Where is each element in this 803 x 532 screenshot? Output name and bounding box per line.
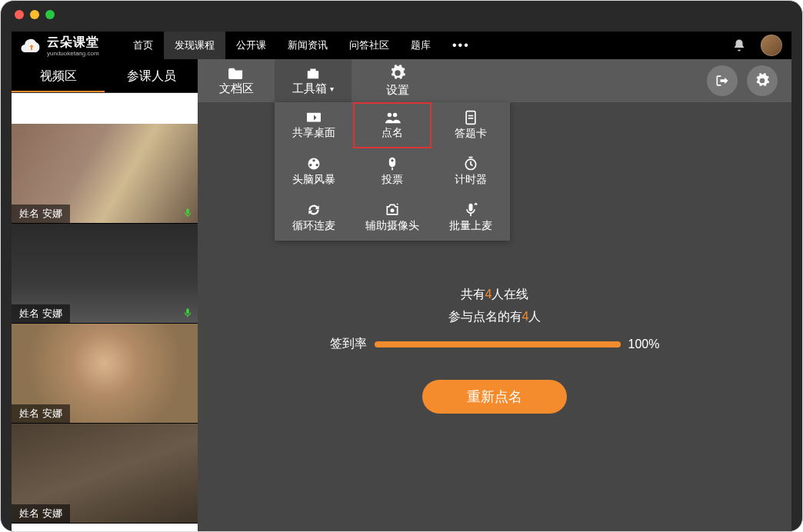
video-label: 姓名 安娜	[12, 504, 70, 523]
video-label: 姓名 安娜	[12, 204, 70, 223]
tool-brainstorm[interactable]: 头脑风暴	[275, 148, 353, 195]
tool-label: 共享桌面	[292, 126, 335, 140]
svg-rect-5	[468, 118, 474, 119]
svg-point-10	[391, 159, 393, 161]
rate-value: 100%	[628, 337, 660, 351]
tool-label: 头脑风暴	[292, 173, 335, 187]
notifications-button[interactable]	[728, 35, 750, 56]
video-label: 姓名 安娜	[12, 404, 70, 423]
toolbox-dropdown: 共享桌面 点名 答题卡 头脑风暴	[275, 102, 510, 241]
vote-icon	[385, 156, 400, 171]
tool-label: 点名	[382, 126, 403, 140]
rollcall-stats: 共有4人在线 参与点名的有4人 签到率 100% 重新点名	[198, 287, 791, 414]
people-icon	[384, 111, 401, 125]
tool-vote[interactable]: 投票	[353, 148, 431, 195]
chevron-down-icon: ▾	[330, 85, 334, 93]
video-label: 姓名 安娜	[12, 304, 70, 323]
folder-icon	[228, 66, 245, 80]
tool-label: 计时器	[455, 173, 487, 187]
bell-icon	[732, 38, 746, 52]
tab-label: 工具箱	[292, 81, 327, 96]
tool-aux-camera[interactable]: 辅助摄像头	[353, 195, 431, 241]
video-tile[interactable]: 姓名 安娜	[12, 124, 198, 224]
participated-line: 参与点名的有4人	[448, 309, 541, 325]
text: 参与点名的有	[448, 310, 522, 323]
nav-discover[interactable]: 发现课程	[164, 32, 225, 59]
tool-label: 投票	[382, 173, 403, 187]
screen-share-icon	[305, 111, 322, 125]
main-area: 文档区 工具箱 ▾ 设置	[198, 59, 791, 532]
exit-icon	[715, 73, 730, 88]
tab-video[interactable]: 视频区	[12, 59, 105, 92]
tool-label: 循环连麦	[292, 219, 335, 233]
window-controls	[15, 10, 55, 19]
nav-more[interactable]: •••	[441, 38, 481, 52]
rollcall-again-button[interactable]: 重新点名	[422, 380, 567, 414]
video-tile[interactable]: 姓名 安娜	[12, 324, 198, 424]
brand-domain: yunduoketang.com	[47, 51, 99, 57]
video-list: 姓名 安娜 姓名 安娜 姓名 安娜 姓名 安娜	[12, 93, 198, 532]
brand-logo[interactable]: 云朵课堂 yunduoketang.com	[21, 35, 99, 57]
mic-on-icon	[182, 208, 193, 218]
rate-progress-fill	[375, 341, 621, 347]
sidebar-tabs: 视频区 参课人员	[12, 59, 198, 93]
nav-home[interactable]: 首页	[122, 32, 164, 59]
blank-row	[12, 93, 198, 124]
video-tile[interactable]: 姓名 安娜	[12, 224, 198, 324]
film-icon	[306, 156, 322, 171]
close-dot[interactable]	[15, 10, 24, 19]
gear-icon	[755, 73, 770, 88]
signin-rate-row: 签到率 100%	[330, 336, 660, 352]
rate-label: 签到率	[330, 336, 367, 352]
online-line: 共有4人在线	[461, 287, 529, 303]
tab-label: 文档区	[219, 81, 254, 96]
tab-participants[interactable]: 参课人员	[105, 59, 198, 92]
svg-point-9	[316, 164, 318, 166]
svg-point-8	[309, 164, 312, 166]
tool-answer-card[interactable]: 答题卡	[431, 102, 510, 148]
settings-button[interactable]	[747, 65, 778, 96]
rate-progress	[375, 341, 621, 347]
tab-docs[interactable]: 文档区	[198, 59, 275, 102]
cloud-logo-icon	[21, 36, 42, 55]
svg-point-7	[312, 159, 315, 161]
tool-label: 答题卡	[455, 127, 487, 141]
tool-rollcall[interactable]: 点名	[353, 102, 431, 148]
mic-up-icon	[463, 202, 478, 218]
tab-settings[interactable]: 设置	[352, 59, 444, 102]
toolbox-icon	[305, 66, 322, 80]
max-dot[interactable]	[45, 10, 55, 19]
user-avatar[interactable]	[761, 35, 782, 56]
text: 人在线	[491, 288, 528, 301]
camera-plus-icon	[385, 202, 400, 218]
video-tile[interactable]: 姓名 安娜	[12, 424, 198, 524]
nav-bank[interactable]: 题库	[400, 32, 441, 59]
timer-icon	[463, 156, 478, 171]
nav-open-class[interactable]: 公开课	[225, 32, 277, 59]
tool-share-screen[interactable]: 共享桌面	[275, 102, 353, 148]
tool-timer[interactable]: 计时器	[431, 148, 510, 195]
tab-toolbox[interactable]: 工具箱 ▾	[275, 59, 352, 102]
min-dot[interactable]	[30, 10, 39, 19]
main-tabbar: 文档区 工具箱 ▾ 设置	[198, 59, 791, 102]
video-tile-empty	[12, 524, 198, 532]
tool-label: 批量上麦	[449, 219, 492, 233]
svg-point-12	[391, 208, 395, 212]
tool-loop-mic[interactable]: 循环连麦	[275, 195, 353, 241]
tab-label: 设置	[386, 83, 409, 98]
nav-qa[interactable]: 问答社区	[338, 32, 400, 59]
svg-rect-4	[468, 115, 474, 117]
tool-label: 辅助摄像头	[365, 219, 419, 233]
exit-button[interactable]	[707, 65, 738, 96]
card-icon	[463, 110, 478, 125]
video-thumb	[12, 524, 198, 532]
text: 人	[528, 310, 541, 323]
brand-name: 云朵课堂	[47, 35, 99, 48]
top-nav: 云朵课堂 yunduoketang.com 首页 发现课程 公开课 新闻资讯 问…	[12, 32, 791, 59]
loop-icon	[306, 202, 322, 218]
mic-on-icon	[182, 308, 193, 318]
svg-point-2	[393, 113, 397, 117]
tool-batch-mic[interactable]: 批量上麦	[431, 195, 510, 241]
gear-icon	[389, 65, 406, 81]
nav-news[interactable]: 新闻资讯	[277, 32, 338, 59]
